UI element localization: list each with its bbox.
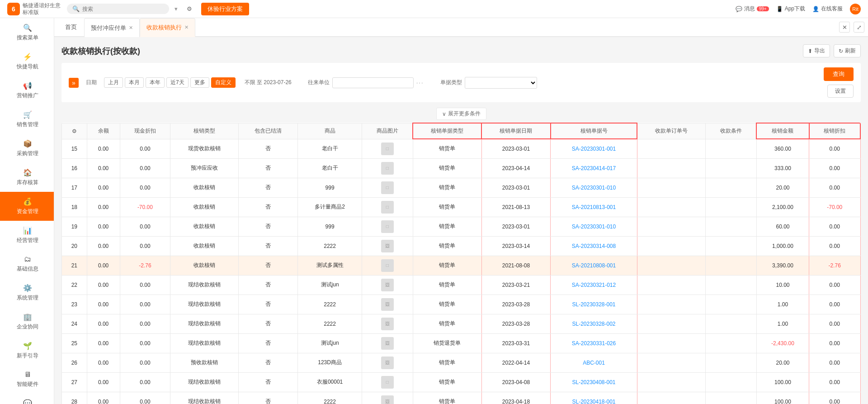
verify-no-link[interactable]: SA-20230414-017 [572,165,616,171]
th-receipt-condition[interactable]: 收款条件 [706,123,757,139]
logo-icon: 6 [7,3,20,15]
verify-no-cell[interactable]: SL-20230328-001 [551,295,637,314]
verify-no-cell[interactable]: SA-20230331-026 [551,333,637,353]
th-verify-date[interactable]: 核销单据日期 [481,123,550,139]
finance-icon: 💰 [23,197,32,206]
app-download-item[interactable]: 📱 App下载 [776,5,805,13]
date-btn-more[interactable]: 更多 [190,77,209,88]
verify-no-link[interactable]: ABC-001 [583,360,605,366]
verify-no-cell[interactable]: SL-20230328-002 [551,314,637,333]
industry-button[interactable]: 休验行业方案 [201,3,249,15]
close-tab-btn[interactable]: ✕ [839,22,850,33]
verify-no-link[interactable]: SA-20230301-001 [572,146,616,152]
receipt-order-no-cell [637,275,705,295]
verify-no-cell[interactable]: SL-20230418-001 [551,392,637,404]
verify-no-cell[interactable]: SA-20230314-008 [551,236,637,256]
verify-no-cell[interactable]: SA-20230301-001 [551,139,637,158]
tab-close-receipt[interactable]: ✕ [184,24,189,30]
verify-no-cell[interactable]: SA-20230321-012 [551,275,637,295]
th-receipt-order-no[interactable]: 收款单订单号 [637,123,705,139]
online-service-item[interactable]: 👤 在线客服 [812,5,843,13]
tab-receipt[interactable]: 收款核销执行 ✕ [140,18,195,37]
sidebar-item-wechat[interactable]: 💬 企业微信 [0,394,54,404]
verify-no-link[interactable]: SA-20230301-010 [572,223,616,230]
verify-no-cell[interactable]: ABC-001 [551,353,637,372]
th-goods-img[interactable]: 商品图片 [362,123,413,139]
refresh-button[interactable]: ↻ 刷新 [834,44,861,57]
verify-no-link[interactable]: SL-20230418-001 [572,399,615,404]
sidebar-item-hardware[interactable]: 🖥 智能硬件 [0,365,54,394]
th-verify-voucher-type[interactable]: 核销单据类型 [413,123,481,139]
table-row: 230.000.00现结收款核销否2222🖼销货单2023-03-28SL-20… [62,295,861,314]
date-btn-thisyear[interactable]: 本年 [146,77,165,88]
verify-no-link[interactable]: SA-20210813-001 [572,204,616,210]
verify-no-cell[interactable]: SA-20230414-017 [551,158,637,178]
date-btn-lastmonth[interactable]: 上月 [104,77,123,88]
th-cash-discount[interactable]: 现金折扣 [120,123,170,139]
verify-no-cell[interactable]: SA-20210813-001 [551,197,637,217]
sidebar-item-purchase[interactable]: 📦 采购管理 [0,134,54,163]
search-wrap[interactable]: 🔍 [67,4,169,14]
sidebar-item-sales[interactable]: 🛒 销售管理 [0,105,54,134]
th-include-settled[interactable]: 包含已结清 [238,123,297,139]
verify-type-cell: 现结收款核销 [170,275,239,295]
sidebar-item-inventory[interactable]: 🏠 库存核算 [0,163,54,192]
receipt-order-no-cell [637,139,705,158]
sidebar-item-corp[interactable]: 🏢 企业协同 [0,307,54,336]
tab-close-prepayment[interactable]: ✕ [129,25,133,31]
verify-date-cell: 2022-04-14 [481,353,550,372]
expand-arrow[interactable]: » [69,78,79,88]
date-btn-thismonth[interactable]: 本月 [125,77,144,88]
message-badge: 99+ [757,6,769,11]
th-verify-discount[interactable]: 核销折扣 [809,123,860,139]
verify-no-link[interactable]: SA-20230301-010 [572,185,616,191]
th-goods[interactable]: 商品 [298,123,362,139]
search-input[interactable] [82,6,164,12]
th-settings[interactable]: ⚙ [62,123,87,139]
th-verify-type[interactable]: 核销类型 [170,123,239,139]
query-button[interactable]: 查询 [824,67,854,81]
sidebar-item-search[interactable]: 🔍 搜索菜单 [0,18,54,47]
sidebar-item-marketing[interactable]: 📢 营销推广 [0,76,54,105]
expand-row: ∨ 展开更多条件 [61,108,861,120]
tab-prepayment[interactable]: 预付冲应付单 ✕ [84,18,140,37]
verify-no-cell[interactable]: SA-20230301-010 [551,217,637,236]
verify-no-link[interactable]: SA-20230321-012 [572,282,616,288]
verify-no-cell[interactable]: SA-20230301-010 [551,178,637,197]
message-item[interactable]: 💬 消息 99+ [736,5,769,13]
sidebar-item-system[interactable]: ⚙️ 系统管理 [0,278,54,307]
export-button[interactable]: ⬆ 导出 [803,44,830,57]
counterparty-input[interactable] [332,77,414,88]
th-verify-amount[interactable]: 核销金额 [756,123,809,139]
voucher-type-select[interactable] [465,77,537,89]
balance-cell: 0.00 [87,139,120,158]
th-verify-no[interactable]: 核销单据号 [551,123,637,139]
expand-conditions-button[interactable]: ∨ 展开更多条件 [436,108,486,120]
tab-home[interactable]: 首页 [58,18,84,37]
verify-no-link[interactable]: SA-20230314-008 [572,243,616,249]
verify-voucher-type-cell: 销货单 [413,314,481,333]
sidebar-item-newbie[interactable]: 🌱 新手引导 [0,336,54,365]
expand-tab-btn[interactable]: ⤢ [854,22,864,33]
verify-no-cell[interactable]: SL-20230408-001 [551,372,637,392]
sidebar-item-operation[interactable]: 📊 经营管理 [0,221,54,250]
th-balance[interactable]: 余额 [87,123,120,139]
verify-no-link[interactable]: SL-20230328-002 [572,321,615,327]
date-btn-last7days[interactable]: 近7天 [166,77,189,88]
chevron-down-icon[interactable]: ▾ [175,5,178,12]
verify-no-link[interactable]: SA-20230331-026 [572,340,616,347]
verify-voucher-type-cell: 销货单 [413,275,481,295]
verify-no-link[interactable]: SL-20230328-001 [572,301,615,308]
sidebar-item-finance[interactable]: 💰 资金管理 [0,192,54,221]
settings-button[interactable]: 设置 [827,85,854,98]
date-btn-custom[interactable]: 自定义 [211,77,236,88]
cash-discount-cell: -70.00 [120,197,170,217]
sidebar-item-quick[interactable]: ⚡ 快捷导航 [0,47,54,76]
sidebar-item-basic[interactable]: 🗂 基础信息 [0,250,54,278]
avatar[interactable]: Rit [850,4,861,14]
goods-cell: 老白干 [298,139,362,158]
verify-no-cell[interactable]: SA-20210808-001 [551,256,637,275]
gear-icon[interactable]: ⚙ [183,3,196,15]
verify-no-link[interactable]: SL-20230408-001 [572,379,615,385]
verify-no-link[interactable]: SA-20210808-001 [572,262,616,269]
